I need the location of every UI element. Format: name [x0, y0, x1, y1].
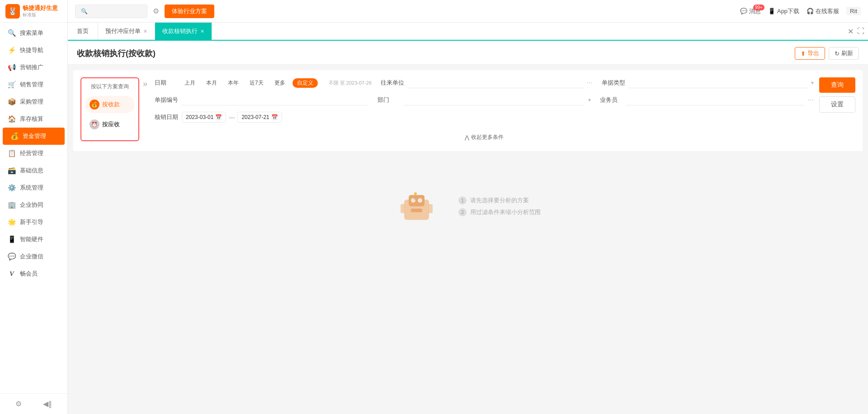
- tabbar-expand-icon[interactable]: ⛶: [857, 27, 864, 35]
- sidebar-item-business[interactable]: 📋 经营管理: [0, 145, 67, 162]
- sidebar-label-shortcut: 快捷导航: [20, 46, 43, 54]
- sidebar-item-guide[interactable]: 🌟 新手引导: [0, 214, 67, 231]
- collapse-sidebar-icon[interactable]: ◀‖: [41, 398, 54, 410]
- app-label: App下载: [777, 7, 799, 15]
- sidebar-item-shortcut[interactable]: ⚡ 快捷导航: [0, 42, 67, 59]
- doc-type-chevron[interactable]: ▾: [811, 80, 814, 86]
- app-logo-icon: 🐰: [5, 4, 20, 19]
- filter-panel-title: 按以下方案查询: [85, 83, 135, 90]
- app-download-button[interactable]: 📱 App下载: [768, 7, 799, 15]
- filter-row-1: 日期 上月 本月 本年 近7天 更多 自定义 不限 至 2023-07-26: [155, 77, 814, 88]
- sidebar-item-basic[interactable]: 🗃️ 基础信息: [0, 162, 67, 179]
- filter-row-2: 单据编号 部门 ▾ 业务员 ···: [155, 95, 814, 105]
- partner-input-area[interactable]: [408, 77, 583, 88]
- date-separator: —: [229, 114, 235, 121]
- filter-option-by-receipt[interactable]: 💰 按收款: [85, 96, 135, 113]
- doc-type-label: 单据类型: [602, 79, 625, 87]
- date-filter-group: 上月 本月 本年 近7天 更多 自定义: [181, 78, 318, 88]
- sales-icon: 🛒: [7, 81, 16, 89]
- verify-date-start-input[interactable]: 2023-03-01 📅: [182, 112, 226, 123]
- date-last-month[interactable]: 上月: [181, 78, 199, 88]
- collapse-filter-left[interactable]: »: [141, 77, 149, 90]
- doc-type-select[interactable]: [629, 77, 807, 88]
- staff-more-icon[interactable]: ···: [808, 96, 814, 104]
- filter-rows: 日期 上月 本月 本年 近7天 更多 自定义 不限 至 2023-07-26: [155, 77, 814, 144]
- brand-main: 畅捷通好生意: [23, 5, 58, 12]
- tab-verify-close[interactable]: ✕: [200, 29, 204, 34]
- tab-prepay[interactable]: 预付冲应付单 ✕: [98, 23, 155, 40]
- date-range-text: 不限 至 2023-07-26: [327, 80, 372, 86]
- sidebar-item-wechat[interactable]: 💬 企业微信: [0, 248, 67, 265]
- user-profile[interactable]: Rit: [846, 7, 861, 15]
- doc-no-input[interactable]: [182, 95, 368, 105]
- date-custom[interactable]: 自定义: [292, 78, 318, 88]
- step-1-num: 1: [458, 196, 467, 205]
- filter-panel: 按以下方案查询 💰 按收款 ⏰ 按应收 »: [73, 70, 863, 151]
- sidebar-nav: 🔍 搜索菜单 ⚡ 快捷导航 📢 营销推广 🛒 销售管理 📦 采购管理 🏠 库存核…: [0, 23, 67, 393]
- topbar-search-box[interactable]: 🔍: [75, 5, 147, 18]
- tab-home[interactable]: 首页: [68, 23, 98, 40]
- tab-prepay-close[interactable]: ✕: [143, 29, 147, 34]
- receipt-icon: 💰: [90, 100, 99, 109]
- sidebar-label-inventory: 库存核算: [20, 115, 43, 123]
- export-icon: ⬆: [801, 50, 806, 57]
- verify-date-end-input[interactable]: 2023-07-21 📅: [237, 112, 282, 123]
- search-icon: 🔍: [7, 29, 16, 37]
- message-button[interactable]: 💬 消息 99+: [740, 7, 761, 15]
- tab-verify-label: 收款核销执行: [162, 27, 198, 35]
- refresh-button[interactable]: ↻ 刷新: [829, 47, 859, 60]
- sidebar-item-marketing[interactable]: 📢 营销推广: [0, 59, 67, 76]
- topbar: 🔍 ⚙ 体验行业方案 💬 消息 99+ 📱 App下载 🎧 在线客服 Rit: [68, 0, 868, 23]
- sidebar-item-system[interactable]: ⚙️ 系统管理: [0, 179, 67, 196]
- sidebar-label-business: 经营管理: [20, 149, 43, 157]
- partner-more-icon[interactable]: ···: [587, 79, 593, 87]
- collapse-more-button[interactable]: ⋀ 收起更多条件: [155, 131, 814, 144]
- filter-option-by-receivable[interactable]: ⏰ 按应收: [85, 116, 135, 133]
- tab-verify[interactable]: 收款核销执行 ✕: [155, 23, 212, 40]
- step-1-text: 请先选择要分析的方案: [470, 196, 529, 205]
- sidebar-item-purchase[interactable]: 📦 采购管理: [0, 93, 67, 110]
- svg-point-8: [414, 192, 417, 195]
- sidebar-item-hardware[interactable]: 📱 智能硬件: [0, 231, 67, 248]
- sidebar-item-member[interactable]: V 畅会员: [0, 265, 67, 282]
- step-2-num: 2: [458, 208, 467, 216]
- staff-label: 业务员: [600, 96, 623, 104]
- filter-actions: 查询 设置: [819, 77, 855, 144]
- filter-doc-type: 单据类型 ▾: [602, 77, 814, 88]
- staff-input-area[interactable]: [626, 95, 804, 105]
- query-button[interactable]: 查询: [819, 77, 855, 93]
- settings-bottom-icon[interactable]: ⚙: [14, 398, 24, 410]
- sidebar-label-basic: 基础信息: [20, 167, 43, 175]
- empty-illustration: [395, 184, 440, 229]
- receivable-icon: ⏰: [90, 119, 99, 129]
- page-body: 收款核销执行(按收款) ⬆ 导出 ↻ 刷新 按以下方案查询 💰: [68, 41, 868, 414]
- sidebar-item-finance[interactable]: 💰 资金管理: [3, 128, 65, 145]
- settings-button[interactable]: 设置: [819, 96, 855, 113]
- online-service-button[interactable]: 🎧 在线客服: [807, 7, 839, 15]
- sidebar-label-corp: 企业协同: [20, 201, 43, 209]
- sidebar-item-search[interactable]: 🔍 搜索菜单: [0, 24, 67, 42]
- sidebar-bottom: ⚙ ◀‖: [0, 393, 67, 414]
- sidebar-item-inventory[interactable]: 🏠 库存核算: [0, 110, 67, 128]
- export-label: 导出: [807, 49, 819, 57]
- date-this-year[interactable]: 本年: [224, 78, 242, 88]
- dept-chevron[interactable]: ▾: [588, 97, 591, 103]
- sidebar-label-purchase: 采购管理: [20, 98, 43, 106]
- sidebar-label-member: 畅会员: [20, 270, 38, 278]
- date-7days[interactable]: 近7天: [246, 78, 267, 88]
- sidebar-item-sales[interactable]: 🛒 销售管理: [0, 76, 67, 93]
- export-button[interactable]: ⬆ 导出: [795, 47, 825, 60]
- svg-point-3: [418, 198, 422, 203]
- date-this-month[interactable]: 本月: [203, 78, 221, 88]
- date-more[interactable]: 更多: [271, 78, 289, 88]
- page-header: 收款核销执行(按收款) ⬆ 导出 ↻ 刷新: [68, 41, 868, 65]
- tabbar-close-icon[interactable]: ✕: [848, 27, 854, 36]
- dept-select[interactable]: [404, 95, 585, 105]
- svg-rect-6: [428, 204, 433, 213]
- solution-button[interactable]: 体验行业方案: [165, 5, 214, 18]
- collapse-label: 收起更多条件: [471, 133, 504, 141]
- sidebar-item-corp[interactable]: 🏢 企业协同: [0, 196, 67, 214]
- empty-state: 1 请先选择要分析的方案 2 用过滤条件来缩小分析范围: [68, 157, 868, 256]
- topbar-gear-icon[interactable]: ⚙: [153, 7, 159, 15]
- inventory-icon: 🏠: [7, 115, 16, 123]
